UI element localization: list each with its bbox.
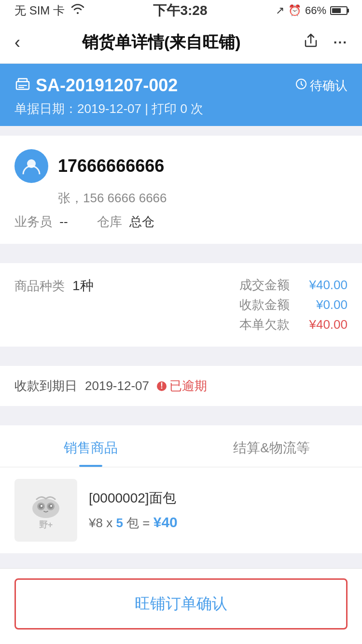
nav-actions: ··· [303,32,348,53]
clock-icon [295,78,307,93]
brand-label: 野+ [39,519,53,531]
overdue-dot-icon: ! [157,381,167,391]
amount-row: 成交金额 ¥40.00 [239,277,348,294]
battery-icon [330,6,348,15]
confirm-order-button[interactable]: 旺铺订单确认 [14,578,348,630]
order-id: SA-20191207-002 [14,75,178,96]
battery-level: 66% [305,4,326,17]
due-label: 收款到期日 [14,378,77,394]
summary-left: 商品种类 1种 [14,277,239,295]
order-status: 待确认 [295,77,348,94]
tab-settlement[interactable]: 结算&物流等 [181,425,362,467]
more-button[interactable]: ··· [334,35,348,50]
product-name: [0000002]面包 [89,489,348,507]
summary-section: 商品种类 1种 成交金额 ¥40.00 收款金额 ¥0.00 本单欠款 ¥40.… [0,263,362,347]
owed-row: 本单欠款 ¥40.00 [239,316,348,333]
page-title: 销货单详情(来自旺铺) [82,31,241,54]
received-row: 收款金额 ¥0.00 [239,296,348,313]
tabs-section: 销售商品 结算&物流等 [0,425,362,553]
order-header-top: SA-20191207-002 待确认 [14,75,348,96]
customer-meta: 业务员 -- 仓库 总仓 [14,213,348,230]
wifi-icon [70,4,85,17]
product-thumbnail: 野+ [14,479,77,542]
warehouse-label: 仓库 总仓 [97,213,154,230]
svg-point-10 [41,505,42,507]
tab-products[interactable]: 销售商品 [0,425,181,467]
svg-rect-2 [18,87,24,88]
customer-phone: 17666666666 [58,156,164,176]
svg-point-11 [50,505,52,507]
svg-rect-1 [18,85,27,86]
product-info: [0000002]面包 ¥8 x 5 包 = ¥40 [89,489,348,532]
sales-label: 业务员 -- [14,213,68,230]
overdue-text: 已逾期 [169,378,207,394]
order-header: SA-20191207-002 待确认 单据日期：2019-12-07 | 打印… [0,64,362,126]
separator-2 [0,253,362,263]
table-row: 野+ [0000002]面包 ¥8 x 5 包 = ¥40 [14,479,348,542]
customer-name: 张，156 6666 6666 [58,190,348,207]
separator-1 [0,126,362,136]
share-button[interactable] [303,32,319,53]
carrier-label: 无 SIM 卡 [14,3,65,18]
separator-3 [0,356,362,366]
alarm-icon: ⏰ [288,4,301,17]
type-value: 1种 [72,277,94,295]
status-bar-left: 无 SIM 卡 [14,3,85,18]
nav-bar: ‹ 销货单详情(来自旺铺) ··· [0,21,362,64]
summary-right: 成交金额 ¥40.00 收款金额 ¥0.00 本单欠款 ¥40.00 [239,277,348,333]
summary-grid: 商品种类 1种 成交金额 ¥40.00 收款金额 ¥0.00 本单欠款 ¥40.… [14,277,348,333]
svg-point-5 [32,499,59,518]
status-bar-right: ↗ ⏰ 66% [276,4,348,17]
customer-top: 17666666666 [14,149,348,183]
separator-4 [0,416,362,425]
location-icon: ↗ [276,4,284,17]
due-date: 2019-12-07 [85,378,149,393]
avatar [14,149,48,183]
status-bar: 无 SIM 卡 下午3:28 ↗ ⏰ 66% [0,0,362,21]
product-thumb-inner: 野+ [27,490,65,531]
due-section: 收款到期日 2019-12-07 ! 已逾期 [0,366,362,406]
order-print-icon [14,75,31,96]
bottom-bar: 旺铺订单确认 [0,568,362,644]
tabs-bar: 销售商品 结算&物流等 [0,425,362,467]
customer-section: 17666666666 张，156 6666 6666 业务员 -- 仓库 总仓 [0,136,362,244]
order-date: 单据日期：2019-12-07 | 打印 0 次 [14,100,348,117]
back-button[interactable]: ‹ [14,32,20,53]
type-label: 商品种类 [14,278,65,294]
product-list: 野+ [0000002]面包 ¥8 x 5 包 = ¥40 [0,467,362,553]
overdue-badge: ! 已逾期 [157,378,207,394]
product-price: ¥8 x 5 包 = ¥40 [89,514,348,532]
status-bar-time: 下午3:28 [153,1,207,20]
